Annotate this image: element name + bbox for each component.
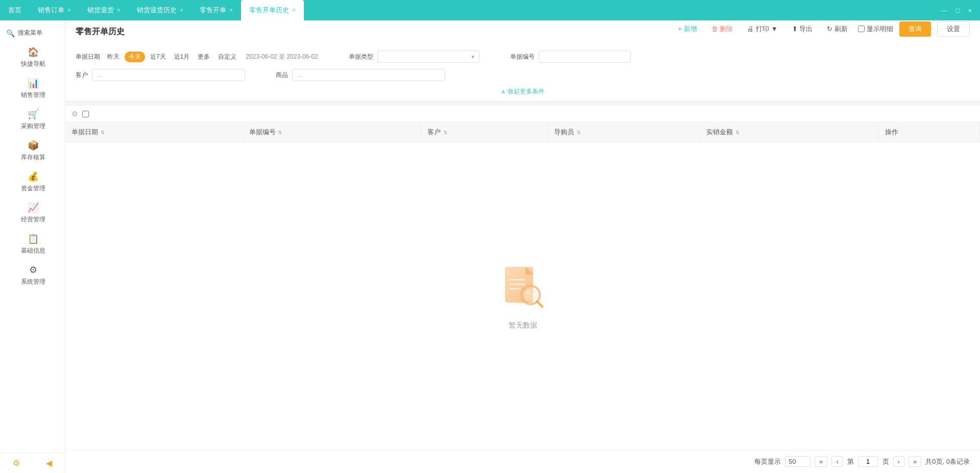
sidebar-collapse-btn[interactable]: ◀	[46, 458, 52, 468]
top-nav-tab-销货退货历史[interactable]: 销货退货历史×	[129, 0, 192, 20]
content-area: 零售开单历史 + 新增 🗑 删除 🖨 打印 ▼ ⬆ 导出 ↻ 刷新 显示明细 查…	[65, 20, 980, 473]
table-area: ⚙ 单据日期 ⇅单据编号 ⇅客户 ⇅导购员 ⇅实销金额 ⇅操作	[65, 106, 980, 450]
delete-button[interactable]: 🗑 删除	[707, 22, 737, 36]
tab-label: 销货退货历史	[137, 6, 177, 15]
sidebar-bottom: ⚙ ◀	[0, 453, 65, 473]
sort-icon-2: ⇅	[442, 130, 447, 135]
sidebar-search-label: 搜索菜单	[18, 29, 42, 37]
top-nav-tab-销货退货[interactable]: 销货退货×	[79, 0, 129, 20]
customer-input[interactable]: …	[92, 69, 245, 81]
date-btn-1[interactable]: 今天	[125, 52, 145, 62]
col-header-1[interactable]: 单据编号 ⇅	[243, 122, 421, 142]
col-header-0[interactable]: 单据日期 ⇅	[65, 122, 243, 142]
main-layout: 🔍 搜索菜单 🏠快捷导航📊销售管理🛒采购管理📦库存核算💰资金管理📈经营管理📋基础…	[0, 20, 980, 473]
sidebar-item-3[interactable]: 📦库存核算	[19, 135, 45, 166]
empty-state: 暂无数据	[65, 142, 980, 450]
empty-text: 暂无数据	[509, 321, 537, 330]
date-range-text: 2023-06-02 至 2023-06-02	[246, 53, 318, 61]
sidebar-item-2[interactable]: 🛒采购管理	[19, 104, 45, 135]
sidebar-search[interactable]: 🔍 搜索菜单	[0, 24, 65, 41]
per-page-select[interactable]: 10 20 50 100	[785, 456, 810, 467]
sidebar-item-5[interactable]: 📈经营管理	[19, 197, 45, 228]
sidebar-item-4[interactable]: 💰资金管理	[19, 166, 45, 197]
filter-bill-number-group: 单据编号	[510, 51, 631, 63]
window-maximize-btn[interactable]: □	[956, 7, 960, 14]
tab-label: 销售订单	[38, 6, 64, 15]
per-page-select-wrap: 10 20 50 100	[785, 456, 810, 467]
sidebar-item-0[interactable]: 🏠快捷导航	[19, 41, 45, 72]
tab-close-btn[interactable]: ×	[180, 7, 183, 14]
sidebar: 🔍 搜索菜单 🏠快捷导航📊销售管理🛒采购管理📦库存核算💰资金管理📈经营管理📋基础…	[0, 20, 65, 473]
collapse-icon: ∧	[501, 88, 506, 95]
col-header-4[interactable]: 实销金额 ⇅	[700, 122, 878, 142]
sidebar-icon-4: 💰	[28, 171, 39, 182]
sidebar-items-container: 🏠快捷导航📊销售管理🛒采购管理📦库存核算💰资金管理📈经营管理📋基础信息⚙系统管理	[19, 41, 45, 290]
top-nav-bar: 首页销售订单×销货退货×销货退货历史×零售开单×零售开单历史× — □ ×	[0, 0, 980, 20]
display-detail-check[interactable]	[858, 26, 865, 32]
bill-type-select[interactable]	[377, 51, 480, 63]
bill-type-select-wrap	[377, 51, 480, 63]
col-header-3[interactable]: 导购员 ⇅	[547, 122, 700, 142]
sidebar-settings-btn[interactable]: ⚙	[13, 458, 20, 468]
export-button[interactable]: ⬆ 导出	[788, 22, 817, 36]
top-nav-tab-销售订单[interactable]: 销售订单×	[30, 0, 79, 20]
svg-point-8	[526, 290, 530, 294]
date-btn-0[interactable]: 昨天	[104, 52, 123, 62]
tab-close-btn[interactable]: ×	[292, 7, 296, 14]
table-header: 单据日期 ⇅单据编号 ⇅客户 ⇅导购员 ⇅实销金额 ⇅操作	[65, 122, 980, 142]
bill-number-input[interactable]	[539, 51, 631, 63]
pagination-bar: 每页显示 10 20 50 100 « ‹ 第 页 › » 共0页, 0条记录	[65, 450, 980, 473]
empty-icon	[497, 262, 548, 313]
sidebar-item-7[interactable]: ⚙系统管理	[19, 259, 45, 290]
display-detail-checkbox[interactable]: 显示明细	[858, 24, 893, 34]
add-button[interactable]: + 新增	[674, 22, 701, 36]
select-all-checkbox[interactable]	[82, 111, 89, 117]
sidebar-item-1[interactable]: 📊销售管理	[19, 72, 45, 104]
svg-point-6	[524, 288, 537, 302]
refresh-button[interactable]: ↻ 刷新	[823, 22, 852, 36]
per-page-label: 每页显示	[754, 457, 781, 466]
bill-number-label: 单据编号	[510, 53, 535, 61]
filter-row-1: 单据日期 昨天今天近7天近1月更多自定义 2023-06-02 至 2023-0…	[76, 51, 970, 63]
bill-type-label: 单据类型	[349, 53, 373, 61]
date-btn-5[interactable]: 自定义	[215, 52, 240, 62]
print-button[interactable]: 🖨 打印 ▼	[743, 22, 782, 36]
filter-product-group: 商品 …	[276, 69, 445, 81]
data-table: 单据日期 ⇅单据编号 ⇅客户 ⇅导购员 ⇅实销金额 ⇅操作	[65, 122, 980, 142]
settings-button[interactable]: 设置	[937, 21, 970, 37]
window-close-btn[interactable]: ×	[968, 7, 972, 14]
date-btn-3[interactable]: 近1月	[171, 52, 193, 62]
top-nav-tab-零售开单[interactable]: 零售开单×	[192, 0, 241, 20]
table-header-row: 单据日期 ⇅单据编号 ⇅客户 ⇅导购员 ⇅实销金额 ⇅操作	[65, 122, 980, 142]
search-icon: 🔍	[6, 29, 15, 37]
page-title: 零售开单历史	[76, 27, 125, 36]
sidebar-label-7: 系统管理	[21, 278, 45, 286]
sidebar-item-6[interactable]: 📋基础信息	[19, 228, 45, 259]
query-button[interactable]: 查询	[899, 21, 931, 37]
collapse-button[interactable]: ∧ 收起更多条件	[76, 87, 970, 96]
filter-row-2: 客户 … 商品 …	[76, 69, 970, 81]
prev-page-btn[interactable]: ‹	[831, 456, 843, 467]
window-minimize-btn[interactable]: —	[941, 7, 948, 14]
product-input[interactable]: …	[292, 69, 445, 81]
sidebar-icon-1: 📊	[28, 78, 39, 89]
tab-close-btn[interactable]: ×	[229, 7, 233, 14]
empty-illustration	[497, 262, 548, 313]
top-nav-tab-零售开单历史[interactable]: 零售开单历史×	[241, 0, 304, 20]
tab-close-btn[interactable]: ×	[67, 7, 71, 14]
col-header-2[interactable]: 客户 ⇅	[421, 122, 547, 142]
table-settings-icon[interactable]: ⚙	[71, 110, 78, 118]
tab-label: 首页	[8, 6, 21, 15]
last-page-btn[interactable]: »	[909, 456, 921, 467]
sidebar-label-3: 库存核算	[21, 153, 45, 162]
sidebar-label-6: 基础信息	[21, 246, 45, 255]
date-btn-2[interactable]: 近7天	[147, 52, 169, 62]
date-btn-4[interactable]: 更多	[195, 52, 213, 62]
sidebar-icon-3: 📦	[28, 140, 39, 151]
top-nav-tab-首页[interactable]: 首页	[0, 0, 30, 20]
page-input[interactable]	[858, 456, 878, 467]
date-btns-container: 昨天今天近7天近1月更多自定义	[104, 52, 240, 62]
next-page-btn[interactable]: ›	[893, 456, 904, 467]
first-page-btn[interactable]: «	[815, 456, 827, 467]
tab-close-btn[interactable]: ×	[117, 7, 121, 14]
